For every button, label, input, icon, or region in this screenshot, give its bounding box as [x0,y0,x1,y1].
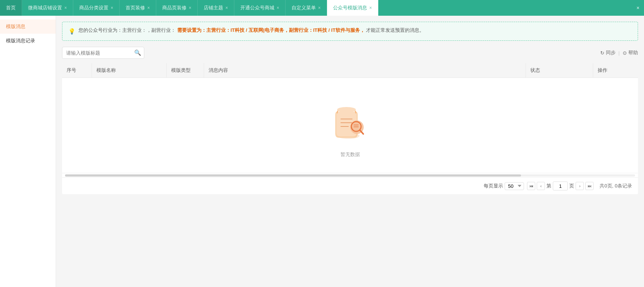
close-icon[interactable]: × [64,5,67,10]
divider: | [619,50,620,56]
scrollbar-track[interactable] [65,174,635,177]
total-info: 共0页, 0条记录 [600,183,632,189]
search-input-wrapper: 🔍 [62,47,144,59]
nav-tab-product-decor[interactable]: 商品页装修 × [156,0,198,16]
page-size-select: 每页显示 50 10 20 100 [484,182,524,190]
search-left: 🔍 [62,47,144,59]
notice-prefix: 您的公众号行业为：主营行业：，副营行业： [78,27,176,33]
nav-tab-label: 微商城店铺设置 [28,4,62,11]
nav-tab-label: 自定义菜单 [292,4,316,11]
nav-tab-home-decor[interactable]: 首页装修 × [120,0,156,16]
top-nav: 首页 微商城店铺设置 × 商品分类设置 × 首页装修 × 商品页装修 × 店铺主… [0,0,644,16]
table-header: 序号 模版名称 模版类型 消息内容 状态 操作 [62,63,638,78]
prev-page-button[interactable]: ‹ [537,182,545,190]
th-label: 操作 [598,67,607,73]
close-icon[interactable]: × [225,5,228,10]
notice-text: 您的公众号行业为：主营行业：，副营行业： 需要设置为：主营行业：IT科技 / 互… [78,27,424,34]
last-page-button[interactable]: ⏭ [585,182,594,190]
close-icon[interactable]: × [111,5,113,10]
th-label: 模版类型 [171,67,191,73]
th-label: 序号 [67,67,76,73]
help-icon: ⊙ [623,50,627,56]
help-button[interactable]: ⊙ 帮助 [623,49,638,56]
sidebar-item-label: 模版消息 [6,24,25,29]
page-size-dropdown[interactable]: 50 10 20 100 [505,182,524,190]
sidebar: 模版消息 模版消息记录 [0,16,56,287]
nav-tab-custom-menu[interactable]: 自定义菜单 × [286,0,327,16]
main-layout: 模版消息 模版消息记录 💡 您的公众号行业为：主营行业：，副营行业： 需要设置为… [0,16,644,287]
notice-suffix: 才能正常发送预置的消息。 [366,27,424,33]
page-label-before: 第 [546,183,551,189]
bulb-icon: 💡 [68,27,76,36]
global-close-button[interactable]: × [637,5,640,11]
sidebar-item-template-msg-record[interactable]: 模版消息记录 [0,34,56,48]
nav-tab-home[interactable]: 首页 [0,0,22,16]
nav-tab-product-category[interactable]: 商品分类设置 × [73,0,120,16]
close-icon[interactable]: × [189,5,191,10]
page-size-label: 每页显示 [484,183,503,189]
nav-tab-wechat-shop[interactable]: 微商城店铺设置 × [22,0,73,16]
data-table: 序号 模版名称 模版类型 消息内容 状态 操作 [62,63,638,194]
scrollbar-thumb [65,174,521,177]
nav-tab-label: 开通公众号商城 [240,4,274,11]
nav-tab-label: 首页装修 [126,4,145,11]
notice-highlight: 需要设置为：主营行业：IT科技 / 互联网|电子商务，副营行业：IT科技 / I… [177,27,365,33]
nav-tab-label: 公众号模版消息 [333,4,367,11]
close-icon[interactable]: × [277,5,279,10]
nav-tab-shop-theme[interactable]: 店铺主题 × [198,0,234,16]
nav-tab-label: 首页 [6,4,16,11]
pagination: 每页显示 50 10 20 100 ⏮ ‹ 第 页 › ⏭ [62,177,638,194]
help-label: 帮助 [628,49,638,56]
next-page-button[interactable]: › [576,182,584,190]
th-label: 状态 [530,67,540,73]
th-label: 消息内容 [209,67,228,73]
notice-box: 💡 您的公众号行业为：主营行业：，副营行业： 需要设置为：主营行业：IT科技 /… [62,22,638,41]
nav-tab-open-mall[interactable]: 开通公众号商城 × [234,0,286,16]
first-page-button[interactable]: ⏮ [527,182,535,190]
current-page-input[interactable] [553,181,568,190]
search-input[interactable] [62,47,144,59]
page-label-after: 页 [569,183,574,189]
empty-illustration [328,100,373,145]
nav-tab-label: 商品分类设置 [79,4,108,11]
th-no: 序号 [62,63,92,77]
search-right: ↻ 同步 | ⊙ 帮助 [600,49,638,56]
scrollbar-area[interactable] [62,173,638,177]
svg-point-4 [337,107,356,112]
sidebar-item-label: 模版消息记录 [6,38,35,43]
empty-text: 暂无数据 [341,151,360,158]
close-icon[interactable]: × [369,5,372,10]
page-nav: ⏮ ‹ 第 页 › ⏭ [527,181,594,190]
th-label: 模版名称 [96,67,116,73]
nav-tab-label: 商品页装修 [162,4,187,11]
nav-tab-label: 店铺主题 [204,4,223,11]
nav-tab-template-msg[interactable]: 公众号模版消息 × [327,0,378,16]
th-status: 状态 [526,63,593,77]
search-bar: 🔍 ↻ 同步 | ⊙ 帮助 [62,47,638,59]
sync-icon: ↻ [600,50,604,56]
close-icon[interactable]: × [147,5,150,10]
main-content: 💡 您的公众号行业为：主营行业：，副营行业： 需要设置为：主营行业：IT科技 /… [56,16,644,287]
sync-button[interactable]: ↻ 同步 [600,49,616,56]
sidebar-item-template-msg[interactable]: 模版消息 [0,19,56,34]
th-type: 模版类型 [167,63,204,77]
th-content: 消息内容 [204,63,526,77]
empty-state: 暂无数据 [62,78,638,173]
close-icon[interactable]: × [318,5,321,10]
sync-label: 同步 [606,49,616,56]
th-action: 操作 [593,63,638,77]
th-name: 模版名称 [92,63,167,77]
search-button[interactable]: 🔍 [134,49,141,56]
